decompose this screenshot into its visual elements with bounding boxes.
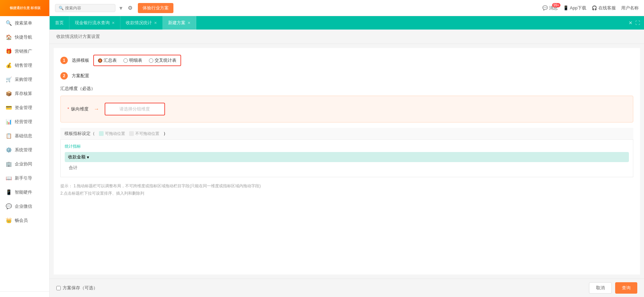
dimension-row: * 纵向维度 → 请选择分组维度	[67, 103, 626, 115]
radio-summary[interactable]	[98, 58, 102, 63]
radio-detail-label: 明细表	[129, 57, 142, 63]
bottom-bar: 方案保存（可选） 取消 查询	[50, 279, 644, 297]
page-content: 收款情况统计方案设置 1 选择模板 汇总表 明细表	[50, 30, 644, 297]
guide-icon: 📖	[5, 175, 12, 181]
search-input[interactable]	[65, 6, 105, 10]
sidebar-item-quick-nav[interactable]: 🏠快捷导航	[0, 30, 49, 44]
section1-num: 1	[60, 57, 68, 64]
capital-icon: 💳	[5, 105, 12, 111]
gear-icon[interactable]: ⚙	[128, 5, 132, 11]
sidebar-item-operations[interactable]: 📊经营管理	[0, 115, 49, 129]
sidebar-item-purchase[interactable]: 🛒采购管理	[0, 72, 49, 87]
tab-bank[interactable]: 现金银行流水查询 ✕	[69, 16, 120, 30]
dimension-title: 汇总维度（必选）	[60, 86, 633, 92]
sidebar-item-label: 智能硬件	[15, 189, 32, 195]
app-version: 标准版	[31, 6, 41, 10]
section2-row: 2 方案配置	[60, 72, 633, 80]
section1-row: 1 选择模板 汇总表 明细表 交叉统计表	[60, 55, 633, 66]
form-area: 1 选择模板 汇总表 明细表 交叉统计表	[54, 48, 640, 275]
search-icon: 🔍	[5, 20, 12, 26]
sidebar-item-label: 销售管理	[15, 62, 32, 68]
close-window-icon[interactable]: ✕	[629, 20, 633, 26]
sidebar-item-member[interactable]: 👑畅会员	[0, 213, 49, 228]
metric-tag-label: 收款金额	[68, 154, 86, 160]
download-label: App下载	[570, 5, 586, 11]
radio-cross[interactable]	[149, 58, 153, 63]
radio-cross-label: 交叉统计表	[155, 57, 176, 63]
system-icon: ⚙️	[5, 147, 12, 153]
sidebar-item-capital[interactable]: 💳资金管理	[0, 101, 49, 115]
draggable-indicator: 可拖动位置	[99, 131, 125, 137]
topbar-right: 💬 消息 99+ 📱 App下载 🎧 在线客服 用户名称	[542, 5, 639, 11]
sidebar-item-label: 新手引导	[15, 175, 32, 181]
tab-close-new-plan[interactable]: ✕	[187, 21, 191, 25]
basic-info-icon: 📋	[5, 133, 12, 139]
sidebar-item-sales[interactable]: 💰销售管理	[0, 58, 49, 72]
template-radio-group: 汇总表 明细表 交叉统计表	[93, 55, 181, 66]
sidebar-item-label: 库存核算	[15, 91, 32, 97]
user-area[interactable]: 用户名称	[621, 5, 639, 11]
save-label: 方案保存（可选）	[63, 285, 98, 291]
support-area[interactable]: 🎧 在线客服	[592, 5, 616, 11]
dimension-area: * 纵向维度 → 请选择分组维度	[60, 96, 633, 122]
sidebar-item-search[interactable]: 🔍搜索菜单	[0, 16, 49, 30]
download-area[interactable]: 📱 App下载	[563, 5, 586, 11]
support-label: 在线客服	[598, 5, 616, 11]
sidebar-item-label: 经营管理	[15, 119, 32, 125]
query-button[interactable]: 查询	[615, 282, 637, 294]
template-option-summary[interactable]: 汇总表	[98, 57, 117, 63]
marketing-icon: 🎁	[5, 48, 12, 54]
sidebar-item-label: 畅会员	[15, 217, 28, 224]
save-checkbox[interactable]	[56, 286, 61, 290]
arrow-icon: →	[94, 106, 99, 112]
draggable-label: 可拖动位置	[105, 131, 125, 137]
sidebar-item-wechat[interactable]: 💬企业微信	[0, 199, 49, 213]
tips-line1: 提示： 1.拖动标题栏可以调整布局，不可跨维度或指标区域拖动栏目字段(只能在同一…	[60, 183, 633, 190]
dropdown-icon[interactable]: ▾	[119, 4, 122, 12]
dimension-select[interactable]: 请选择分组维度	[105, 103, 165, 115]
sidebar-item-inventory[interactable]: 📦库存核算	[0, 87, 49, 101]
wechat-icon: 💬	[5, 203, 12, 209]
trial-button[interactable]: 体验行业方案	[138, 3, 173, 13]
sidebar-item-basic-info[interactable]: 📋基础信息	[0, 129, 49, 143]
sidebar-bottom	[0, 291, 49, 297]
purchase-icon: 🛒	[5, 77, 12, 83]
sidebar-item-marketing[interactable]: 🎁营销推广	[0, 44, 49, 58]
radio-detail[interactable]	[123, 58, 128, 63]
sidebar-item-enterprise[interactable]: 🏢企业协同	[0, 157, 49, 171]
cancel-button[interactable]: 取消	[589, 282, 612, 294]
tab-label-home: 首页	[55, 20, 64, 26]
sidebar-item-guide[interactable]: 📖新手引导	[0, 171, 49, 185]
tab-home[interactable]: 首页	[50, 16, 69, 30]
page-header: 收款情况统计方案设置	[50, 30, 644, 44]
sidebar-item-label: 营销推广	[15, 48, 32, 54]
user-name: 用户名称	[621, 5, 639, 10]
download-icon: 📱	[563, 5, 569, 10]
sidebar-item-label: 企业微信	[15, 203, 32, 209]
tab-label-receivable: 收款情况统计	[126, 20, 152, 26]
sidebar-item-label: 采购管理	[15, 77, 32, 83]
non-draggable-indicator: 不可拖动位置	[129, 131, 159, 137]
sidebar-item-smart-hw[interactable]: 📱智能硬件	[0, 185, 49, 199]
sidebar-item-system[interactable]: ⚙️系统管理	[0, 143, 49, 157]
metric-tag[interactable]: 收款金额 ▾	[65, 152, 629, 162]
quick-nav-icon: 🏠	[5, 34, 12, 40]
smart-hw-icon: 📱	[5, 189, 12, 195]
tab-receivable[interactable]: 收款情况统计 ✕	[120, 16, 163, 30]
sidebar-item-label: 快捷导航	[15, 34, 32, 40]
non-draggable-label: 不可拖动位置	[135, 131, 159, 137]
message-badge-area[interactable]: 💬 消息 99+	[542, 5, 558, 11]
search-box[interactable]: 🔍	[55, 4, 115, 12]
tab-new-plan[interactable]: 新建方案 ✕	[163, 16, 196, 30]
template-option-detail[interactable]: 明细表	[123, 57, 142, 63]
template-option-cross[interactable]: 交叉统计表	[149, 57, 176, 63]
tab-close-bank[interactable]: ✕	[112, 21, 115, 25]
maximize-icon[interactable]: ⛶	[635, 20, 640, 26]
tabbar-right-controls: ✕ ⛶	[625, 16, 644, 30]
sidebar-item-label: 企业协同	[15, 161, 32, 167]
dimension-placeholder: 请选择分组维度	[119, 106, 150, 111]
main-area: 🔍 ▾ ⚙ 体验行业方案 💬 消息 99+ 📱 App下载 🎧 在线客服 用户名…	[50, 0, 644, 297]
tab-close-receivable[interactable]: ✕	[154, 21, 157, 25]
save-checkbox-label[interactable]: 方案保存（可选）	[56, 285, 98, 291]
section2-num: 2	[60, 72, 68, 80]
